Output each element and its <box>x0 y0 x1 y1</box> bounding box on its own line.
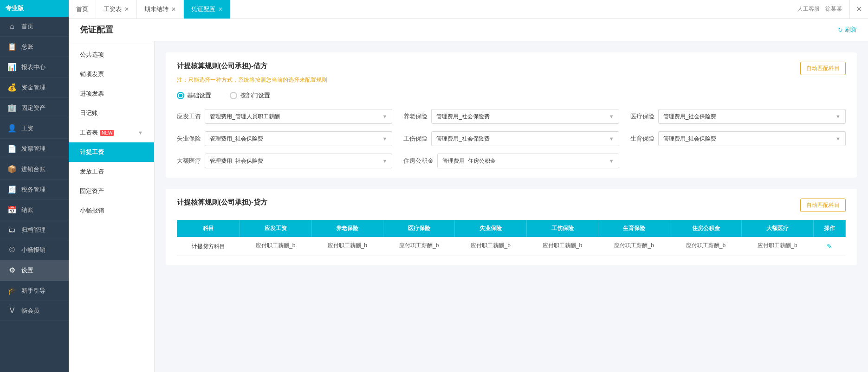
sidebar-icon-general_ledger: 📋 <box>7 42 17 51</box>
sidebar-item-report_center[interactable]: 📊报表中心 <box>0 57 69 77</box>
debit-select-value-1-2: 管理费用_社会保险费 <box>663 135 717 143</box>
sidebar-item-purchase_sales[interactable]: 📦进销台账 <box>0 159 69 180</box>
new-badge-payroll_table: NEW <box>100 130 114 136</box>
debit-form-select-1-1[interactable]: 管理费用_社会保险费 ▼ <box>431 131 619 146</box>
credit-col-1: 应发工资 <box>240 220 311 237</box>
left-nav-label-accrued_salary: 计提工资 <box>80 148 104 156</box>
topbar: 首页工资表✕期末结转✕凭证配置✕ 人工客服 徐某某 ✕ <box>69 0 868 19</box>
left-nav-item-journal[interactable]: 日记账 <box>69 103 154 123</box>
sidebar-item-salary[interactable]: 👤工资 <box>0 118 69 139</box>
tab-close-voucher_config[interactable]: ✕ <box>218 6 223 13</box>
sidebar-icon-report_center: 📊 <box>7 63 17 71</box>
main-area: 首页工资表✕期末结转✕凭证配置✕ 人工客服 徐某某 ✕ 凭证配置 ↻ 刷新 公共… <box>69 0 868 372</box>
sidebar-item-home[interactable]: ⌂首页 <box>0 17 69 37</box>
window-close-button[interactable]: ✕ <box>849 0 868 19</box>
left-nav-item-sales_invoice[interactable]: 销项发票 <box>69 64 154 84</box>
tab-close-payroll[interactable]: ✕ <box>124 6 129 13</box>
debit-form-item-2-1: 住房公积金 管理费用_住房公积金 ▼ <box>403 154 619 168</box>
sidebar-icon-fund_mgmt: 💰 <box>7 83 17 92</box>
tab-close-period_close[interactable]: ✕ <box>171 6 176 13</box>
sidebar-item-xiaochang_bx[interactable]: ©小畅报销 <box>0 240 69 260</box>
debit-auto-match-button[interactable]: 自动匹配科目 <box>800 62 846 75</box>
left-nav-label-payroll_table: 工资表NEW <box>80 128 114 137</box>
left-nav-item-purchase_invoice[interactable]: 进项发票 <box>69 84 154 103</box>
sidebar-item-fixed_assets[interactable]: 🏢固定资产 <box>0 98 69 118</box>
sidebar: 专业版 ⌂首页📋总账📊报表中心💰资金管理🏢固定资产👤工资📄发票管理📦进销台账🧾税… <box>0 0 69 372</box>
left-nav-item-payroll_table[interactable]: 工资表NEW▼ <box>69 123 154 142</box>
left-nav-label-xiaochangbx: 小畅报销 <box>80 206 104 215</box>
credit-col-5: 工伤保险 <box>526 220 598 237</box>
sidebar-label-settings: 设置 <box>21 266 33 275</box>
sidebar-label-salary: 工资 <box>21 124 33 133</box>
debit-select-arrow-1-0: ▼ <box>382 136 387 141</box>
radio-dept-circle <box>230 92 237 99</box>
sidebar-label-tax_mgmt: 税务管理 <box>21 186 45 194</box>
debit-select-value-1-1: 管理费用_社会保险费 <box>436 135 490 143</box>
debit-form-select-1-0[interactable]: 管理费用_社会保险费 ▼ <box>205 131 392 146</box>
credit-row-0-action[interactable]: ✎ <box>813 237 845 256</box>
credit-row-0-val-0: 应付职工薪酬_b <box>240 237 311 256</box>
page-title: 凭证配置 <box>80 24 113 35</box>
credit-auto-match-button[interactable]: 自动匹配科目 <box>800 199 846 212</box>
content-layout: 公共选项销项发票进项发票日记账工资表NEW▼计提工资发放工资固定资产小畅报销 计… <box>69 41 868 372</box>
credit-table: 科目应发工资养老保险医疗保险失业保险工伤保险生育保险住房公积金大额医疗操作 计提… <box>177 220 846 256</box>
sidebar-label-new_user_guide: 新手引导 <box>21 287 45 295</box>
debit-form-select-2-1[interactable]: 管理费用_住房公积金 ▼ <box>437 154 619 168</box>
debit-form-label-1-1: 工伤保险 <box>403 135 428 143</box>
sidebar-item-settings[interactable]: ⚙设置 <box>0 260 69 281</box>
left-nav-item-public_options[interactable]: 公共选项 <box>69 45 154 64</box>
credit-row-0-val-4: 应付职工薪酬_b <box>526 237 598 256</box>
debit-form-select-0-0[interactable]: 管理费用_管理人员职工薪酬 ▼ <box>205 109 392 124</box>
debit-select-value-2-0: 管理费用_社会保险费 <box>210 157 263 165</box>
left-nav-label-purchase_invoice: 进项发票 <box>80 90 104 98</box>
debit-form-select-2-0[interactable]: 管理费用_社会保险费 ▼ <box>205 154 392 168</box>
credit-col-7: 住房公积金 <box>670 220 741 237</box>
debit-select-value-0-0: 管理费用_管理人员职工薪酬 <box>210 113 280 121</box>
right-content: 计提核算规则(公司承担)-借方 注：只能选择一种方式，系统将按照您当前的选择来配… <box>155 41 868 372</box>
credit-row-0-val-5: 应付职工薪酬_b <box>598 237 670 256</box>
debit-form-select-0-2[interactable]: 管理费用_社会保险费 ▼ <box>658 109 846 124</box>
refresh-button[interactable]: ↻ 刷新 <box>838 26 857 34</box>
left-nav-item-pay_salary[interactable]: 发放工资 <box>69 162 154 181</box>
tab-home[interactable]: 首页 <box>69 0 96 19</box>
sidebar-item-tax_mgmt[interactable]: 🧾税务管理 <box>0 180 69 200</box>
left-nav-item-fixed_assets[interactable]: 固定资产 <box>69 181 154 201</box>
tab-voucher_config[interactable]: 凭证配置✕ <box>184 0 231 19</box>
sidebar-label-report_center: 报表中心 <box>21 63 45 71</box>
debit-form-select-1-2[interactable]: 管理费用_社会保险费 ▼ <box>658 131 846 146</box>
table-row: 计提贷方科目应付职工薪酬_b应付职工薪酬_b应付职工薪酬_b应付职工薪酬_b应付… <box>177 237 846 256</box>
left-nav-label-pay_salary: 发放工资 <box>80 167 104 176</box>
radio-dept-setup[interactable]: 按部门设置 <box>230 91 270 100</box>
credit-col-3: 医疗保险 <box>383 220 454 237</box>
app-logo: 专业版 <box>0 0 69 17</box>
sidebar-item-general_ledger[interactable]: 📋总账 <box>0 37 69 57</box>
sidebar-item-period_close[interactable]: 📅结账 <box>0 200 69 220</box>
sidebar-label-fixed_assets: 固定资产 <box>21 104 45 112</box>
credit-row-0-val-3: 应付职工薪酬_b <box>455 237 526 256</box>
sidebar-item-invoice_mgmt[interactable]: 📄发票管理 <box>0 139 69 159</box>
tab-period_close[interactable]: 期末结转✕ <box>137 0 184 19</box>
debit-form-label-0-2: 医疗保险 <box>630 112 654 121</box>
sidebar-item-member[interactable]: V畅会员 <box>0 301 69 321</box>
sidebar-item-archive_mgmt[interactable]: 🗂归档管理 <box>0 220 69 240</box>
sidebar-item-new_user_guide[interactable]: 🎓新手引导 <box>0 281 69 301</box>
edit-icon-0[interactable]: ✎ <box>827 243 832 250</box>
tab-label-voucher_config: 凭证配置 <box>191 5 215 13</box>
debit-form-select-0-1[interactable]: 管理费用_社会保险费 ▼ <box>431 109 619 124</box>
left-nav-item-xiaochangbx[interactable]: 小畅报销 <box>69 201 154 220</box>
sidebar-item-fund_mgmt[interactable]: 💰资金管理 <box>0 77 69 98</box>
user-service: 人工客服 <box>797 5 820 13</box>
debit-select-arrow-0-1: ▼ <box>609 114 614 119</box>
radio-basic-setup[interactable]: 基础设置 <box>177 91 211 100</box>
left-nav-label-sales_invoice: 销项发票 <box>80 70 104 78</box>
debit-form-label-2-1: 住房公积金 <box>403 157 434 165</box>
sidebar-label-fund_mgmt: 资金管理 <box>21 83 45 92</box>
left-nav: 公共选项销项发票进项发票日记账工资表NEW▼计提工资发放工资固定资产小畅报销 <box>69 41 155 372</box>
sidebar-label-invoice_mgmt: 发票管理 <box>21 145 45 153</box>
left-nav-label-public_options: 公共选项 <box>80 51 104 59</box>
tab-payroll[interactable]: 工资表✕ <box>96 0 137 19</box>
sidebar-icon-tax_mgmt: 🧾 <box>7 185 17 194</box>
sidebar-label-purchase_sales: 进销台账 <box>21 165 45 173</box>
left-nav-item-accrued_salary[interactable]: 计提工资 <box>69 142 154 162</box>
sidebar-icon-xiaochang_bx: © <box>7 246 17 254</box>
